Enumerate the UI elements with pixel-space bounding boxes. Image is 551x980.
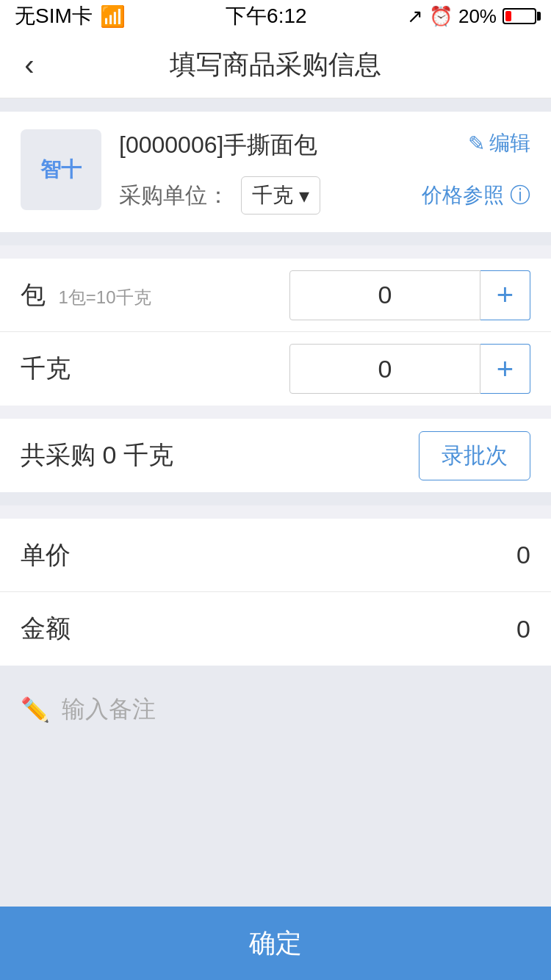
- notes-section[interactable]: ✏️ 输入备注: [0, 666, 551, 754]
- back-button[interactable]: ‹: [0, 32, 59, 98]
- edit-icon: ✎: [468, 131, 485, 156]
- chevron-down-icon: ▾: [299, 184, 309, 208]
- confirm-button[interactable]: 确定: [0, 907, 551, 980]
- alarm-icon: ⏰: [429, 5, 453, 28]
- amount-label: 金额: [21, 612, 71, 646]
- status-left: 无SIM卡 📶: [15, 2, 126, 30]
- unit-price-value: 0: [516, 541, 530, 569]
- total-unit: 千克: [123, 441, 173, 469]
- record-batch-button[interactable]: 录批次: [419, 431, 530, 480]
- bao-plus-button[interactable]: +: [480, 270, 530, 320]
- bao-label: 包 1包=10千克: [21, 278, 151, 312]
- bao-input[interactable]: 0: [289, 270, 480, 320]
- wifi-icon: 📶: [100, 4, 126, 29]
- time-label: 下午6:12: [226, 2, 307, 30]
- total-amount: 0: [102, 441, 116, 469]
- section-divider-top: [0, 98, 551, 112]
- edit-label: 编辑: [489, 129, 530, 157]
- product-thumbnail: 智十: [21, 129, 101, 210]
- battery-icon: [503, 8, 536, 24]
- logo-text: 智十: [40, 156, 82, 184]
- price-ref-button[interactable]: 价格参照 ⓘ: [422, 181, 530, 209]
- kg-label: 千克: [21, 352, 71, 386]
- carrier-label: 无SIM卡: [15, 2, 93, 30]
- status-right: ↗ ⏰ 20%: [407, 5, 536, 28]
- unit-price-label: 单价: [21, 538, 71, 572]
- notes-input[interactable]: 输入备注: [62, 693, 156, 726]
- amount-value: 0: [516, 615, 530, 644]
- product-header: [0000006]手撕面包 ✎ 编辑: [119, 129, 530, 162]
- pencil-icon: ✏️: [21, 696, 50, 724]
- edit-button[interactable]: ✎ 编辑: [468, 129, 530, 157]
- unit-value: 千克: [252, 181, 293, 209]
- location-icon: ↗: [407, 5, 423, 28]
- battery-percentage: 20%: [458, 5, 497, 28]
- product-card: 智十 [0000006]手撕面包 ✎ 编辑 采购单位： 千克 ▾ 价格参照 ⓘ: [0, 112, 551, 232]
- status-bar: 无SIM卡 📶 下午6:12 ↗ ⏰ 20%: [0, 0, 551, 32]
- product-name: [0000006]手撕面包: [119, 129, 317, 162]
- product-info: [0000006]手撕面包 ✎ 编辑 采购单位： 千克 ▾ 价格参照 ⓘ: [119, 129, 530, 215]
- page-title: 填写商品采购信息: [170, 47, 381, 83]
- bao-input-row: 包 1包=10千克 0 +: [0, 259, 551, 332]
- unit-select[interactable]: 千克 ▾: [241, 176, 320, 215]
- total-label: 共采购 0 千克: [21, 439, 173, 472]
- section-divider-mid1: [0, 232, 551, 245]
- purchase-unit-row: 采购单位： 千克 ▾ 价格参照 ⓘ: [119, 176, 530, 215]
- kg-plus-button[interactable]: +: [480, 344, 530, 394]
- amount-row: 金额 0: [0, 592, 551, 666]
- total-row: 共采购 0 千克 录批次: [0, 419, 551, 492]
- unit-price-row: 单价 0: [0, 519, 551, 592]
- bao-input-right: 0 +: [289, 270, 530, 320]
- bao-sublabel: 1包=10千克: [58, 287, 151, 307]
- kg-input-row: 千克 0 +: [0, 332, 551, 406]
- input-section: 包 1包=10千克 0 + 千克 0 +: [0, 259, 551, 406]
- kg-input[interactable]: 0: [289, 344, 480, 394]
- nav-bar: ‹ 填写商品采购信息: [0, 32, 551, 98]
- price-section: 单价 0 金额 0: [0, 519, 551, 666]
- purchase-unit-label: 采购单位：: [119, 181, 229, 211]
- kg-input-right: 0 +: [289, 344, 530, 394]
- section-divider-mid2: [0, 492, 551, 505]
- price-ref-label: 价格参照: [422, 181, 504, 209]
- info-icon: ⓘ: [510, 181, 530, 209]
